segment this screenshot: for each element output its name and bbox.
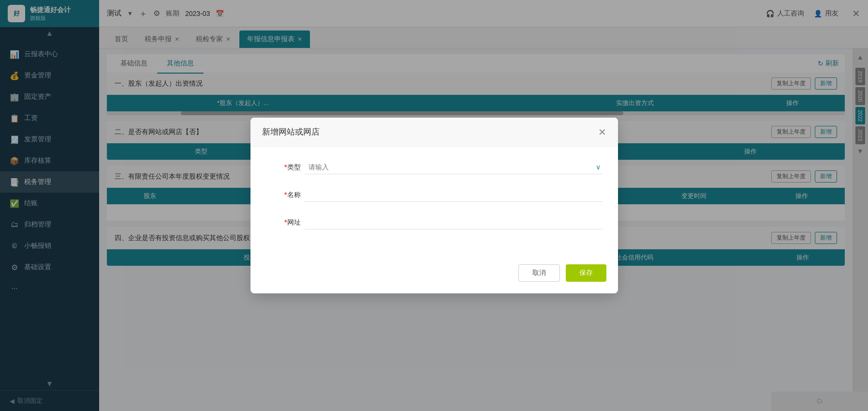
name-label: *名称: [266, 191, 305, 199]
modal-add-website: 新增网站或网店 ✕ *类型 ∨ *名称: [250, 118, 618, 293]
modal-header: 新增网站或网店 ✕: [250, 118, 618, 147]
url-required-star: *: [284, 218, 287, 226]
save-btn[interactable]: 保存: [566, 264, 606, 282]
type-dropdown-icon[interactable]: ∨: [596, 163, 603, 171]
modal-overlay[interactable]: 新增网站或网店 ✕ *类型 ∨ *名称: [0, 0, 868, 411]
name-input[interactable]: [305, 188, 603, 202]
modal-body: *类型 ∨ *名称 *网址: [250, 147, 618, 257]
type-required-star: *: [284, 163, 287, 171]
form-row-name: *名称: [266, 188, 603, 202]
type-select-input[interactable]: [305, 160, 596, 174]
type-select-wrap: ∨: [305, 160, 603, 174]
type-label: *类型: [266, 163, 305, 172]
url-label: *网址: [266, 218, 305, 227]
modal-close-btn[interactable]: ✕: [598, 127, 606, 137]
name-required-star: *: [284, 191, 287, 198]
url-input[interactable]: [305, 215, 603, 229]
cancel-btn[interactable]: 取消: [518, 264, 560, 282]
modal-title: 新增网站或网店: [262, 126, 320, 137]
form-row-url: *网址: [266, 215, 603, 229]
modal-footer: 取消 保存: [250, 257, 618, 293]
form-row-type: *类型 ∨: [266, 160, 603, 174]
